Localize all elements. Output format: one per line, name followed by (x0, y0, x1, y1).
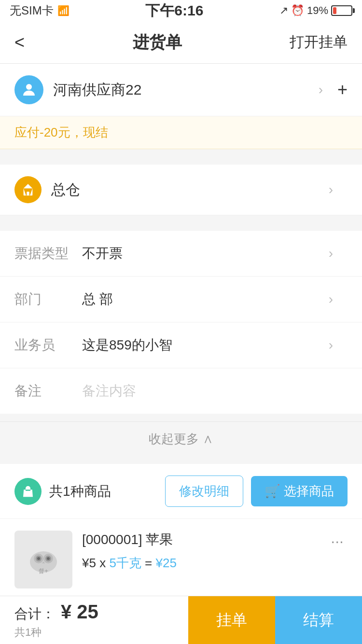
product-header: 共1种商品 修改明细 🛒 选择商品 (0, 464, 362, 519)
divider-2 (0, 223, 362, 231)
product-item: 督+ [0000001] 苹果 ¥5 x 5千克 = ¥25 ··· (0, 519, 362, 600)
warehouse-section: 总仓 › (0, 165, 362, 215)
cart-icon: 🛒 (265, 484, 280, 499)
total-amount: ¥ 25 (61, 601, 98, 623)
select-product-button[interactable]: 🛒 选择商品 (251, 476, 348, 506)
footer: 合计： ¥ 25 共1种 挂单 结算 (0, 596, 362, 644)
status-bar: 无SIM卡 📶 下午6:16 ↗ ⏰ 19% (0, 0, 362, 21)
chevron-right-icon-2: › (329, 182, 333, 197)
collapse-text: 收起更多 ∧ (149, 431, 213, 448)
carrier-text: 无SIM卡 (10, 3, 54, 18)
battery-fill (333, 7, 336, 14)
quantity: 5千克 (109, 556, 141, 570)
salesman-label: 业务员 (14, 336, 82, 354)
wifi-icon: 📶 (57, 5, 70, 16)
chevron-right-icon: › (319, 82, 323, 98)
page-title: 进货单 (133, 31, 182, 54)
more-button[interactable]: ··· (327, 531, 348, 552)
settle-button[interactable]: 结算 (275, 596, 362, 644)
alarm-icon: ⏰ (291, 4, 304, 17)
product-code: [0000001] (82, 532, 146, 547)
warehouse-name: 总仓 (51, 180, 329, 200)
add-button[interactable]: + (337, 80, 348, 100)
product-price: ¥5 x 5千克 = ¥25 (82, 555, 327, 572)
supplier-avatar (14, 75, 43, 104)
svg-point-6 (37, 557, 40, 560)
svg-point-7 (47, 557, 50, 560)
battery-percent: 19% (307, 4, 328, 17)
product-count: 共1种商品 (49, 482, 165, 501)
chevron-right-icon-4: › (329, 292, 333, 307)
total-price: ¥25 (156, 556, 177, 570)
warehouse-row[interactable]: 总仓 › (0, 165, 362, 215)
divider-1 (0, 157, 362, 165)
remark-label: 备注 (14, 382, 82, 400)
remark-value: 备注内容 (82, 382, 348, 400)
supplier-name: 河南供应商22 (53, 80, 319, 100)
department-row[interactable]: 部门 总 部 › (0, 277, 362, 322)
product-name: [0000001] 苹果 (82, 531, 327, 549)
status-left: 无SIM卡 📶 (10, 3, 70, 18)
bag-icon (21, 484, 35, 499)
product-thumbnail: 督+ (14, 531, 72, 588)
pending-button[interactable]: 挂单 (188, 596, 275, 644)
total-label: 合计： (14, 605, 55, 623)
back-button[interactable]: < (14, 32, 25, 53)
invoice-row[interactable]: 票据类型 不开票 › (0, 231, 362, 277)
pending-label: 挂单 (216, 610, 247, 631)
fields-section: 票据类型 不开票 › 部门 总 部 › 业务员 这是859的小智 › 备注 备注… (0, 231, 362, 414)
warehouse-icon (14, 176, 42, 203)
supplier-row[interactable]: 河南供应商22 › + (0, 64, 362, 116)
equals: = (145, 556, 155, 570)
nav-bar: < 进货单 打开挂单 (0, 21, 362, 64)
remark-row[interactable]: 备注 备注内容 (0, 368, 362, 414)
supplier-section: 河南供应商22 › + 应付-20元，现结 (0, 64, 362, 149)
footer-total: 合计： ¥ 25 共1种 (0, 596, 188, 644)
edit-detail-button[interactable]: 修改明细 (165, 476, 243, 507)
salesman-row[interactable]: 业务员 这是859的小智 › (0, 322, 362, 368)
divider-3 (0, 456, 362, 464)
product-info: [0000001] 苹果 ¥5 x 5千克 = ¥25 (82, 531, 327, 572)
chevron-right-icon-3: › (329, 246, 333, 261)
department-label: 部门 (14, 290, 82, 308)
product-section: 共1种商品 修改明细 🛒 选择商品 督+ [0000001] (0, 464, 362, 600)
unit-price: ¥5 x (82, 556, 109, 570)
owl-logo: 督+ (24, 540, 63, 579)
status-time: 下午6:16 (145, 1, 203, 21)
notice-text: 应付-20元，现结 (14, 125, 108, 140)
user-icon (20, 81, 38, 98)
collapse-bar[interactable]: 收起更多 ∧ (0, 421, 362, 456)
house-icon (20, 182, 36, 197)
salesman-value: 这是859的小智 (82, 336, 329, 354)
chevron-right-icon-5: › (329, 337, 333, 353)
product-bag-icon (14, 478, 42, 505)
battery-icon (331, 5, 352, 16)
select-product-label: 选择商品 (284, 483, 334, 500)
product-title: 苹果 (146, 532, 173, 547)
invoice-label: 票据类型 (14, 244, 82, 263)
svg-text:督+: 督+ (39, 568, 48, 574)
notice-bar: 应付-20元，现结 (0, 116, 362, 149)
settle-label: 结算 (303, 610, 334, 631)
invoice-value: 不开票 (82, 244, 329, 263)
status-right: ↗ ⏰ 19% (279, 4, 352, 17)
total-sub: 共1种 (14, 625, 174, 640)
location-icon: ↗ (279, 4, 288, 17)
department-value: 总 部 (82, 290, 329, 308)
open-pending-button[interactable]: 打开挂单 (290, 32, 348, 52)
svg-point-0 (26, 84, 32, 90)
total-row: 合计： ¥ 25 (14, 601, 174, 623)
